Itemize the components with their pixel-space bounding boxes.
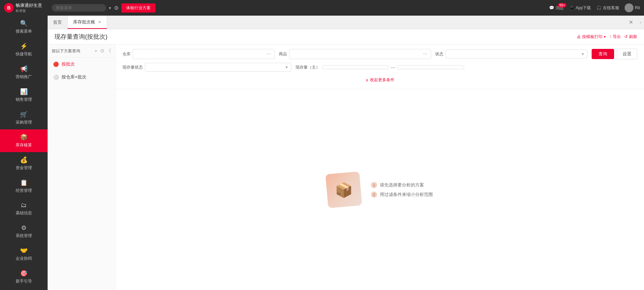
sidebar-item-enterprise[interactable]: 🤝 企业协同	[0, 243, 48, 266]
sidebar-icon-search: 🔍	[20, 20, 28, 27]
scheme-icon-by-warehouse-batch: ⚪	[53, 74, 59, 80]
scheme-item-by-batch[interactable]: 🔴 按批次	[48, 58, 115, 71]
query-button[interactable]: 查询	[592, 49, 614, 59]
collapse-row[interactable]: ∧ 收起更多条件	[122, 75, 637, 85]
stock-status-filter: 现存量状态 ▾	[122, 63, 291, 72]
right-side: 首页库存批次账✕ ✕ › 现存量查询(按批次) 🖨 按模板打印 ▾ ↑ 导出	[48, 16, 644, 290]
stock-main-filter: 现存量（主） —	[295, 65, 464, 70]
scheme-settings-icon[interactable]: ⊙	[100, 48, 104, 54]
collapse-panel-icon[interactable]: 《	[106, 48, 111, 54]
page-body: 按以下方案查询 ＋ ⊙ 《 🔴 按批次 ⚪ 按仓库+批次	[48, 44, 644, 290]
app-download-button[interactable]: 📱 App下载	[569, 5, 591, 11]
sidebar-item-inventory[interactable]: 📦 库存核算	[0, 129, 48, 152]
tab-panel-close[interactable]: ✕	[625, 19, 637, 25]
sidebar: 🔍 搜索菜单 ⚡ 快捷导航 📢 营销推广 📊 销售管理 🛒 采购管理 📦 库存核…	[0, 16, 48, 290]
sidebar-item-quick-nav[interactable]: ⚡ 快捷导航	[0, 38, 48, 61]
scheme-label-by-batch: 按批次	[62, 61, 75, 67]
sidebar-label-basic: 基础信息	[16, 210, 32, 216]
empty-tip-2: 2 用过滤条件来缩小分析范围	[371, 192, 433, 198]
sidebar-item-apps[interactable]: 📱 应用中心	[0, 288, 48, 290]
setting-button[interactable]: 设置	[617, 49, 637, 59]
collapse-label: 收起更多条件	[370, 77, 394, 83]
sidebar-icon-operations: 📋	[20, 179, 28, 186]
tab-home[interactable]: 首页	[48, 16, 68, 29]
main-layout: 🔍 搜索菜单 ⚡ 快捷导航 📢 营销推广 📊 销售管理 🛒 采购管理 📦 库存核…	[0, 16, 644, 290]
tab-inventory-batch[interactable]: 库存批次账✕	[68, 16, 107, 29]
user-avatar[interactable]: Rit	[625, 3, 640, 12]
print-dropdown-icon[interactable]: ▾	[604, 35, 606, 39]
warehouse-label: 仓库	[122, 51, 131, 57]
sidebar-item-system[interactable]: ⚙ 系统管理	[0, 220, 48, 243]
right-content: 仓库 ··· 商品 ···	[116, 44, 644, 290]
topbar-left: ▾ ⚙ 体验行业方案	[52, 3, 546, 13]
status-input[interactable]: ▾	[445, 50, 588, 58]
tab-arrow[interactable]: ›	[637, 20, 644, 25]
left-panel: 按以下方案查询 ＋ ⊙ 《 🔴 按批次 ⚪ 按仓库+批次	[48, 44, 116, 290]
sidebar-item-operations[interactable]: 📋 经营管理	[0, 175, 48, 198]
sidebar-label-purchase: 采购管理	[16, 120, 32, 125]
sidebar-label-operations: 经营管理	[16, 188, 32, 194]
left-panel-title: 按以下方案查询	[52, 48, 80, 54]
sidebar-label-system: 系统管理	[16, 233, 32, 239]
filter-actions: 查询 设置	[592, 49, 637, 59]
sidebar-item-basic[interactable]: 🗂 基础信息	[0, 198, 48, 220]
stock-status-label: 现存量状态	[122, 65, 143, 70]
sidebar-label-marketing: 营销推广	[16, 74, 32, 80]
product-input[interactable]: ···	[289, 49, 431, 59]
industry-button[interactable]: 体验行业方案	[121, 3, 155, 13]
online-service-button[interactable]: 🎧 在线客服	[596, 5, 619, 11]
tabbar: 首页库存批次账✕ ✕ ›	[48, 16, 644, 29]
sidebar-item-search[interactable]: 🔍 搜索菜单	[0, 16, 48, 38]
sidebar-item-marketing[interactable]: 📢 营销推广	[0, 61, 48, 84]
sidebar-label-inventory: 库存核算	[16, 142, 32, 148]
stock-main-from[interactable]	[322, 65, 389, 69]
sidebar-icon-guide: 🎯	[20, 270, 28, 277]
phone-icon: 📱	[569, 5, 574, 10]
refresh-icon: ↺	[624, 34, 628, 39]
export-icon: ↑	[609, 34, 611, 39]
tip-num-2: 2	[371, 192, 377, 198]
settings-icon[interactable]: ⚙	[114, 5, 119, 11]
add-scheme-icon[interactable]: ＋	[94, 48, 98, 54]
sidebar-icon-system: ⚙	[21, 224, 27, 232]
refresh-button[interactable]: ↺ 刷新	[624, 34, 637, 40]
product-label: 商品	[279, 51, 287, 57]
page-title: 现存量查询(按批次)	[54, 33, 107, 41]
stock-main-to[interactable]	[397, 65, 464, 69]
status-filter: 状态 ▾	[435, 50, 588, 58]
tip-text-1: 请先选择要分析的方案	[380, 182, 424, 188]
warehouse-input[interactable]: ···	[133, 49, 275, 59]
tab-label-inventory-batch: 库存批次账	[73, 19, 95, 25]
sidebar-item-sales[interactable]: 📊 销售管理	[0, 84, 48, 107]
warehouse-dots[interactable]: ···	[267, 51, 271, 57]
status-label: 状态	[435, 51, 443, 57]
sidebar-label-finance: 资金管理	[16, 165, 32, 171]
collapse-icon: ∧	[366, 78, 369, 83]
sidebar-item-guide[interactable]: 🎯 新手引导	[0, 266, 48, 288]
sidebar-icon-sales: 📊	[20, 88, 28, 95]
filter-row-1: 仓库 ··· 商品 ···	[122, 49, 637, 59]
print-button[interactable]: 🖨 按模板打印 ▾	[577, 34, 606, 40]
sidebar-icon-purchase: 🛒	[20, 111, 28, 118]
notifications-button[interactable]: 💬 消息 99+	[549, 5, 564, 11]
sidebar-icon-quick-nav: ⚡	[20, 42, 28, 50]
dropdown-icon[interactable]: ▾	[109, 5, 111, 11]
sidebar-label-search: 搜索菜单	[16, 29, 32, 34]
page-header: 现存量查询(按批次) 🖨 按模板打印 ▾ ↑ 导出 ↺ 刷新	[48, 29, 644, 44]
app-version: 标准版	[16, 8, 42, 13]
logo-icon: B	[4, 3, 14, 13]
print-label: 按模板打印	[582, 34, 603, 40]
tab-close-inventory-batch[interactable]: ✕	[98, 20, 101, 24]
export-button[interactable]: ↑ 导出	[609, 34, 621, 40]
product-dots[interactable]: ···	[423, 51, 427, 57]
refresh-label: 刷新	[629, 34, 637, 40]
search-input[interactable]	[52, 4, 106, 12]
sidebar-item-finance[interactable]: 💰 资金管理	[0, 152, 48, 175]
empty-state: 📦 1 请先选择要分析的方案 2 用过滤条件来缩小分析范围	[116, 89, 644, 290]
sidebar-item-purchase[interactable]: 🛒 采购管理	[0, 107, 48, 129]
stock-status-input[interactable]: ▾	[145, 63, 291, 72]
scheme-item-by-warehouse-batch[interactable]: ⚪ 按仓库+批次	[48, 71, 115, 84]
scheme-label-by-warehouse-batch: 按仓库+批次	[62, 74, 86, 80]
content-area: 现存量查询(按批次) 🖨 按模板打印 ▾ ↑ 导出 ↺ 刷新	[48, 29, 644, 290]
tip-text-2: 用过滤条件来缩小分析范围	[380, 192, 433, 198]
